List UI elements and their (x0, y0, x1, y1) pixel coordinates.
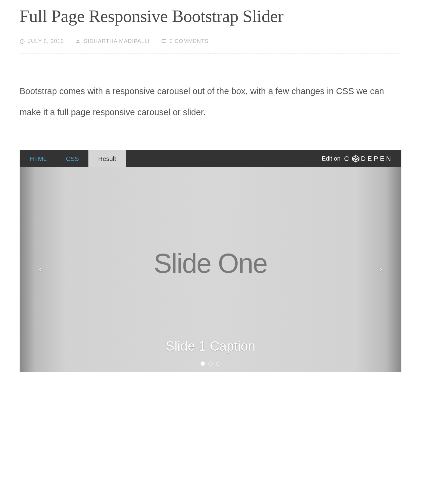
carousel-next-button[interactable] (375, 263, 387, 275)
meta-comments-text: 0 COMMENTS (170, 38, 209, 45)
article-container: Full Page Responsive Bootstrap Slider JU… (0, 0, 421, 372)
meta-date[interactable]: JULY 5, 2015 (20, 38, 64, 45)
slide-title: Slide One (154, 248, 267, 279)
chevron-left-icon (36, 265, 45, 274)
meta-comments[interactable]: 0 COMMENTS (161, 38, 209, 45)
tab-css[interactable]: CSS (56, 150, 88, 167)
codepen-edit-link[interactable]: Edit on C DEPEN (322, 150, 401, 167)
comment-icon (161, 39, 167, 44)
codepen-logo: C DEPEN (344, 155, 393, 163)
carousel-indicator-3[interactable] (216, 361, 220, 366)
carousel-indicators (201, 361, 220, 366)
user-icon (75, 39, 81, 44)
article-body: Bootstrap comes with a responsive carous… (20, 81, 401, 123)
carousel-indicator-1[interactable] (201, 361, 205, 366)
chevron-right-icon (376, 265, 385, 274)
meta-date-text: JULY 5, 2015 (28, 38, 64, 45)
logo-depen: DEPEN (361, 155, 393, 163)
meta-author[interactable]: SIDHARTHA MADIPALLI (75, 38, 149, 45)
tab-result[interactable]: Result (88, 150, 126, 167)
carousel-indicator-2[interactable] (208, 361, 213, 366)
clock-icon (20, 39, 25, 44)
edit-on-label: Edit on (322, 155, 340, 162)
codepen-embed: HTML CSS Result Edit on C DEPEN (20, 150, 401, 372)
codepen-tabs: HTML CSS Result (20, 150, 126, 167)
tab-html[interactable]: HTML (20, 150, 56, 167)
carousel-prev-button[interactable] (34, 263, 46, 275)
codepen-result-panel: Slide One Slide 1 Caption (20, 167, 401, 372)
codepen-icon (352, 155, 360, 163)
logo-c: C (344, 155, 351, 163)
meta-author-text: SIDHARTHA MADIPALLI (84, 38, 149, 45)
carousel-caption: Slide 1 Caption (166, 339, 255, 354)
article-title: Full Page Responsive Bootstrap Slider (20, 6, 401, 26)
article-meta: JULY 5, 2015 SIDHARTHA MADIPALLI 0 COMME… (20, 38, 401, 54)
codepen-header: HTML CSS Result Edit on C DEPEN (20, 150, 401, 167)
